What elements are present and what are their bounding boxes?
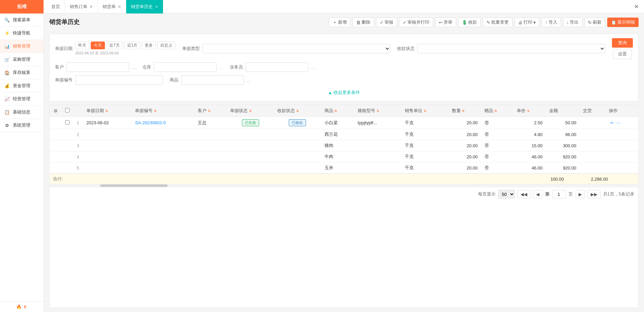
sidebar-item-system[interactable]: ⚙ 系统管理	[0, 119, 44, 132]
first-page-btn[interactable]: ◀◀	[517, 190, 530, 199]
th-goods[interactable]: 商品 ⇅	[321, 105, 355, 117]
new-button[interactable]: ＋ 新增	[329, 18, 351, 27]
delete-button[interactable]: 🗑 删除	[353, 18, 374, 27]
th-doc-status[interactable]: 单据状态 ⇅	[227, 105, 274, 117]
th-amount-label: 金额	[549, 108, 558, 113]
collapse-sidebar-btn[interactable]: 🔥 ⏸	[0, 302, 44, 312]
scrollbar-thumb[interactable]	[100, 184, 168, 187]
row-checkbox[interactable]	[62, 117, 73, 129]
row-doc-no[interactable]: SA-20230602-0	[132, 117, 194, 129]
tab-sales-order-close[interactable]: ✕	[89, 4, 93, 9]
tab-sales-goods-close[interactable]: ✕	[118, 4, 121, 9]
sidebar-item-finance[interactable]: 💰 资金管理	[0, 79, 44, 93]
customer-ellipsis[interactable]: ...	[132, 65, 136, 70]
tab-home[interactable]: 首页	[47, 0, 65, 14]
last-page-btn[interactable]: ▶▶	[588, 190, 600, 199]
row-checkbox[interactable]	[62, 162, 73, 174]
sidebar-item-search[interactable]: 🔍 搜索菜单	[0, 14, 44, 27]
next-page-btn[interactable]: ▶	[576, 190, 585, 199]
tab-sales-history[interactable]: 销货单历史 ✕	[126, 0, 163, 14]
row-customer	[194, 129, 227, 140]
prev-page-btn[interactable]: ◀	[533, 190, 542, 199]
tab-sales-history-close[interactable]: ✕	[155, 4, 158, 9]
import-icon: ↑	[545, 20, 548, 25]
sidebar-item-operations[interactable]: 📈 经营管理	[0, 93, 44, 106]
th-gift[interactable]: 赠品 ⇅	[481, 105, 513, 117]
row-checkbox[interactable]	[62, 151, 73, 162]
audit-print-button[interactable]: ✓ 审核并打印	[399, 18, 433, 27]
main-area: 首页 销售订单 ✕ 销货单 ✕ 销货单历史 ✕ ✕ 销货单历史 ＋ 新增	[44, 0, 644, 312]
collect-button[interactable]: 💲 收款	[458, 18, 481, 27]
date-1month-btn[interactable]: 近1月	[124, 42, 141, 49]
doc-no-input[interactable]	[75, 75, 163, 85]
customer-filter: 客户 ...	[55, 62, 136, 72]
row-checkbox[interactable]	[62, 129, 73, 140]
select-all-checkbox[interactable]	[65, 108, 69, 112]
sidebar-item-sales[interactable]: 📊 销售管理	[0, 40, 44, 53]
row-checkbox[interactable]	[62, 140, 73, 151]
th-date[interactable]: 单据日期 ⇅	[83, 105, 132, 117]
set-button[interactable]: 设置	[613, 49, 632, 59]
doc-type-label: 单据类型	[182, 46, 200, 52]
date-more-btn[interactable]: 更多	[142, 42, 156, 49]
tab-sales-order[interactable]: 销售订单 ✕	[65, 0, 98, 14]
sidebar-item-label: 资金管理	[13, 83, 30, 89]
show-detail-button[interactable]: 📋 显示明细	[607, 18, 639, 27]
warehouse-ellipsis[interactable]: ...	[219, 65, 223, 70]
th-gear[interactable]: ⚙	[50, 105, 62, 117]
row-qty: 20.00	[449, 117, 481, 129]
abandon-button[interactable]: ↩ 弃审	[435, 18, 456, 27]
close-all-tabs-btn[interactable]: ✕	[632, 3, 641, 10]
audit-button[interactable]: ✓ 审核	[376, 18, 397, 27]
edit-action[interactable]: ✏	[610, 121, 614, 125]
th-qty[interactable]: 数量 ⇅	[449, 105, 481, 117]
row-delivery	[580, 129, 606, 140]
th-payment-status[interactable]: 收款状态 ⇅	[274, 105, 321, 117]
th-customer[interactable]: 客户 ⇅	[194, 105, 227, 117]
goods-input[interactable]	[181, 75, 244, 85]
date-label: 单据日期	[55, 46, 73, 52]
export-button[interactable]: ↓ 导出	[563, 18, 583, 27]
th-spec[interactable]: 规格型号 ⇅	[354, 105, 401, 117]
row-qty: 20.00	[449, 129, 481, 140]
more-action[interactable]: ⋯	[616, 121, 620, 125]
query-button[interactable]: 查询	[612, 38, 633, 48]
warehouse-input[interactable]	[154, 62, 217, 72]
import-button[interactable]: ↑ 导入	[541, 18, 561, 27]
page-number-input[interactable]	[552, 190, 566, 199]
date-custom-btn[interactable]: 自定义	[157, 42, 175, 49]
summary-values: 100.00 2,286.00	[70, 177, 635, 182]
doc-type-select[interactable]	[202, 44, 390, 53]
batch-change-button[interactable]: ✎ 批量变更	[483, 18, 512, 27]
doc-no-filter: 单据编号	[55, 75, 163, 85]
page-title: 销货单历史	[49, 18, 80, 26]
sidebar-item-basic[interactable]: 📋 基础信息	[0, 106, 44, 119]
th-spec-label: 规格型号	[358, 108, 375, 113]
sidebar-item-inventory[interactable]: 🏠 库存核算	[0, 66, 44, 79]
th-doc-no[interactable]: 单据编号 ⇅	[132, 105, 194, 117]
tab-sales-goods[interactable]: 销货单 ✕	[98, 0, 126, 14]
th-price[interactable]: 单价 ⇅	[513, 105, 546, 117]
tab-bar: 首页 销售订单 ✕ 销货单 ✕ 销货单历史 ✕ ✕	[44, 0, 644, 14]
date-today-btn[interactable]: 今天	[91, 42, 105, 49]
refresh-button[interactable]: ↻ 刷新	[584, 18, 605, 27]
sidebar-item-label: 库存核算	[13, 70, 30, 76]
row-index: 3	[73, 140, 83, 151]
summary-amount: 2,286.00	[591, 177, 635, 182]
date-yesterday-btn[interactable]: 昨天	[75, 42, 89, 49]
date-7days-btn[interactable]: 近7天	[106, 42, 123, 49]
salesperson-ellipsis[interactable]: ...	[311, 65, 315, 70]
collapse-filter-btn[interactable]: ▲ 收起更多条件	[55, 88, 633, 97]
goods-filter: 商品 ...	[170, 75, 250, 85]
salesperson-input[interactable]	[246, 62, 308, 72]
print-button[interactable]: 🖨 打印 ▾	[514, 18, 539, 27]
goods-ellipsis[interactable]: ...	[247, 78, 250, 83]
payment-status-select[interactable]	[417, 44, 605, 53]
sidebar-item-quicknav[interactable]: ⚡ 快捷导航	[0, 27, 44, 40]
th-unit[interactable]: 销售单位 ⇅	[401, 105, 449, 117]
pause-icon: ⏸	[23, 304, 27, 309]
payment-status-sort-icon: ⇅	[296, 109, 299, 113]
sidebar-item-purchase[interactable]: 🛒 采购管理	[0, 53, 44, 66]
customer-input[interactable]	[66, 62, 129, 72]
per-page-select[interactable]: 50	[498, 190, 515, 199]
